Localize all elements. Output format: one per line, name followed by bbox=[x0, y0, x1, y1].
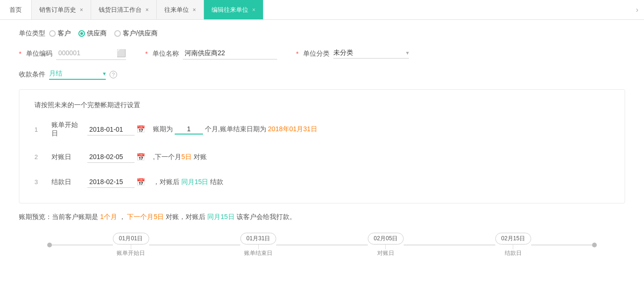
timeline-label-3: 对账日 bbox=[377, 249, 394, 257]
period-preview-sep2: 对账，对账后 bbox=[166, 213, 207, 220]
period-date-2-input[interactable] bbox=[87, 151, 135, 163]
period-num-1: 1 bbox=[34, 126, 44, 133]
period-label-1: 账单开始日 bbox=[51, 121, 80, 138]
payment-row: 收款条件 月结 ▾ ? bbox=[19, 69, 625, 80]
payment-select[interactable]: 月结 ▾ bbox=[49, 69, 106, 80]
period-after-date: 同月15日 bbox=[181, 178, 209, 186]
tab-sales-history-label: 销售订单历史 bbox=[39, 6, 76, 14]
tab-sales-history-close[interactable]: × bbox=[80, 7, 83, 13]
timeline-line-3 bbox=[276, 245, 367, 245]
unit-name-input[interactable] bbox=[183, 48, 277, 59]
timeline-start-dot bbox=[47, 243, 52, 247]
period-preview-part3: 同月15日 bbox=[207, 213, 235, 220]
timeline-badge-2: 01月31日 bbox=[240, 233, 277, 245]
unit-type-radio-group: 客户 供应商 客户/供应商 bbox=[49, 29, 158, 38]
period-title: 请按照未来的一个完整帐期进行设置 bbox=[34, 101, 610, 110]
tab-home[interactable]: 首页 bbox=[0, 0, 32, 19]
timeline-line-5 bbox=[531, 245, 592, 245]
unit-category-label: 单位分类 bbox=[303, 50, 330, 58]
tab-partner[interactable]: 往来单位 × bbox=[157, 0, 204, 19]
period-date-3-wrapper: 📅 bbox=[87, 176, 145, 188]
period-date-1-input[interactable] bbox=[87, 124, 135, 135]
radio-supplier-circle bbox=[78, 30, 85, 37]
period-next-date: 5日 bbox=[181, 153, 192, 160]
period-desc-1: 账期为 个月,账单结束日期为 2018年01月31日 bbox=[153, 124, 317, 135]
timeline-node-2-vert bbox=[258, 245, 259, 249]
period-preview-suffix: 该客户会给我打款。 bbox=[237, 213, 296, 220]
main-content: 单位类型 客户 供应商 客户/供应商 * 单位编码 bbox=[0, 20, 644, 287]
payment-help-icon[interactable]: ? bbox=[110, 71, 117, 78]
unit-name-star: * bbox=[145, 50, 147, 58]
tab-expand-button[interactable]: › bbox=[630, 6, 644, 14]
radio-both-label: 客户/供应商 bbox=[123, 29, 158, 38]
payment-value: 月结 bbox=[49, 69, 103, 78]
tab-edit-partner-close[interactable]: × bbox=[252, 7, 255, 13]
tab-home-label: 首页 bbox=[9, 6, 22, 14]
radio-customer-label: 客户 bbox=[58, 29, 71, 38]
period-preview-part2: 下一个月5日 bbox=[127, 213, 164, 220]
unit-type-label: 单位类型 bbox=[19, 29, 45, 38]
tab-edit-partner[interactable]: 编辑往来单位 × bbox=[204, 0, 263, 19]
unit-code-label: 单位编码 bbox=[26, 50, 52, 58]
period-month-input[interactable] bbox=[175, 124, 203, 135]
period-date-2-wrapper: 📅 bbox=[87, 151, 145, 163]
radio-customer[interactable]: 客户 bbox=[49, 29, 71, 38]
tab-partner-label: 往来单位 bbox=[164, 6, 189, 14]
period-row-3: 3 结款日 📅 ，对账后 同月15日 结款 bbox=[34, 176, 610, 188]
unit-info-row: * 单位编码 ⬜ * 单位名称 * 单位分类 未分类 ▾ bbox=[19, 47, 625, 60]
period-desc-2: ,下一个月5日 对账 bbox=[153, 153, 207, 161]
unit-code-input-wrapper: ⬜ bbox=[56, 47, 126, 60]
unit-code-copy-icon[interactable]: ⬜ bbox=[117, 49, 126, 58]
timeline-node-4: 02月15日 结款日 bbox=[495, 233, 532, 257]
payment-label: 收款条件 bbox=[19, 70, 45, 79]
period-preview-sep1: ， bbox=[119, 213, 126, 220]
radio-supplier-label: 供应商 bbox=[87, 29, 107, 38]
period-date-3-calendar[interactable]: 📅 bbox=[136, 178, 145, 186]
timeline-end-dot bbox=[592, 243, 597, 247]
radio-both[interactable]: 客户/供应商 bbox=[114, 29, 158, 38]
timeline-node-2: 01月31日 账单结束日 bbox=[240, 233, 277, 257]
timeline-node-3-vert bbox=[385, 245, 386, 249]
unit-category-field: * 单位分类 未分类 ▾ bbox=[296, 49, 409, 59]
unit-category-star: * bbox=[296, 50, 298, 58]
unit-code-star: * bbox=[19, 50, 21, 58]
period-label-2: 对账日 bbox=[51, 153, 80, 161]
period-date-2-calendar[interactable]: 📅 bbox=[136, 153, 145, 161]
period-num-2: 2 bbox=[34, 153, 44, 160]
timeline-badge-3: 02月05日 bbox=[368, 233, 404, 245]
unit-name-field: * 单位名称 bbox=[145, 48, 277, 59]
period-date-1-calendar[interactable]: 📅 bbox=[136, 125, 145, 134]
period-desc-3: ，对账后 同月15日 结款 bbox=[153, 178, 223, 186]
tab-cash-work-label: 钱货日清工作台 bbox=[99, 6, 142, 14]
unit-category-arrow: ▾ bbox=[406, 50, 409, 56]
unit-type-row: 单位类型 客户 供应商 客户/供应商 bbox=[19, 29, 625, 38]
unit-code-input[interactable] bbox=[56, 47, 113, 59]
tab-cash-work-close[interactable]: × bbox=[145, 7, 149, 13]
tab-sales-history[interactable]: 销售订单历史 × bbox=[32, 0, 91, 19]
unit-code-field: * 单位编码 ⬜ bbox=[19, 47, 126, 60]
payment-field: 收款条件 月结 ▾ ? bbox=[19, 69, 117, 80]
timeline-badge-4: 02月15日 bbox=[495, 233, 532, 245]
timeline-label-2: 账单结束日 bbox=[244, 249, 272, 257]
timeline-node-1-vert bbox=[131, 245, 131, 249]
payment-arrow: ▾ bbox=[103, 70, 106, 77]
timeline-label-1: 账单开始日 bbox=[117, 249, 145, 257]
timeline-node-4-vert bbox=[513, 245, 513, 249]
tab-bar: 首页 销售订单历史 × 钱货日清工作台 × 往来单位 × 编辑往来单位 × › bbox=[0, 0, 644, 20]
radio-supplier[interactable]: 供应商 bbox=[78, 29, 107, 38]
timeline-wrapper: 01月01日 账单开始日 01月31日 账单结束日 02月05日 对账日 02月… bbox=[19, 233, 625, 257]
period-num-3: 3 bbox=[34, 178, 44, 186]
radio-both-circle bbox=[114, 30, 121, 37]
radio-customer-circle bbox=[49, 30, 56, 37]
timeline-line-2 bbox=[149, 245, 240, 245]
tab-partner-close[interactable]: × bbox=[193, 7, 196, 13]
unit-category-select[interactable]: 未分类 ▾ bbox=[333, 49, 409, 59]
tab-cash-work[interactable]: 钱货日清工作台 × bbox=[91, 0, 157, 19]
period-row-1: 1 账单开始日 📅 账期为 个月,账单结束日期为 2018年01月31日 bbox=[34, 121, 610, 138]
timeline-badge-1: 01月01日 bbox=[113, 233, 149, 245]
period-row-2: 2 对账日 📅 ,下一个月5日 对账 bbox=[34, 151, 610, 163]
unit-category-value: 未分类 bbox=[333, 49, 406, 57]
period-preview-part1: 1个月 bbox=[100, 213, 117, 220]
tab-edit-partner-label: 编辑往来单位 bbox=[212, 6, 248, 14]
period-date-3-input[interactable] bbox=[87, 176, 135, 188]
